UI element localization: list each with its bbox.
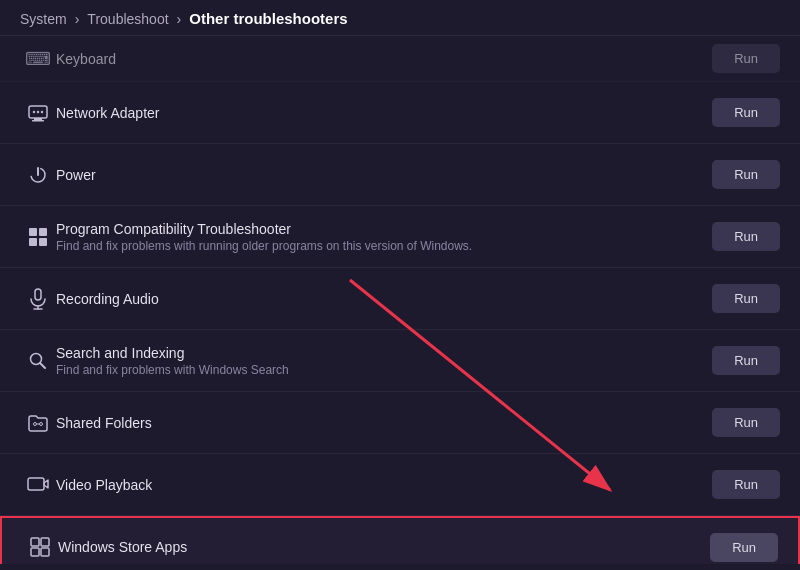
svg-rect-25 (31, 548, 39, 556)
windows-store-apps-icon (22, 536, 58, 558)
item-title-recording-audio: Recording Audio (56, 291, 712, 307)
svg-rect-23 (31, 538, 39, 546)
run-button-power[interactable]: Run (712, 160, 780, 189)
list-item-shared-folders: Shared Folders Run (0, 392, 800, 454)
svg-rect-13 (39, 238, 47, 246)
svg-line-18 (40, 363, 45, 368)
svg-point-19 (34, 422, 37, 425)
breadcrumb: System › Troubleshoot › Other troublesho… (0, 0, 800, 36)
breadcrumb-system[interactable]: System (20, 11, 67, 27)
search-indexing-icon (20, 351, 56, 371)
breadcrumb-current: Other troubleshooters (189, 10, 347, 27)
svg-point-5 (33, 110, 35, 112)
svg-point-20 (40, 422, 43, 425)
svg-rect-24 (41, 538, 49, 546)
item-title-power: Power (56, 167, 712, 183)
svg-rect-22 (28, 478, 44, 490)
breadcrumb-sep2: › (177, 11, 182, 27)
svg-rect-10 (29, 228, 37, 236)
svg-point-7 (41, 110, 43, 112)
recording-audio-icon (20, 288, 56, 310)
list-item-power: Power Run (0, 144, 800, 206)
item-desc-program-compatibility: Find and fix problems with running older… (56, 239, 712, 253)
svg-rect-12 (29, 238, 37, 246)
item-title-network-adapter: Network Adapter (56, 105, 712, 121)
run-button-recording-audio[interactable]: Run (712, 284, 780, 313)
shared-folders-icon (20, 413, 56, 433)
item-title-shared-folders: Shared Folders (56, 415, 712, 431)
power-icon (20, 165, 56, 185)
svg-rect-14 (35, 289, 41, 300)
run-button-network-adapter[interactable]: Run (712, 98, 780, 127)
item-desc-search-indexing: Find and fix problems with Windows Searc… (56, 363, 712, 377)
item-title-search-indexing: Search and Indexing (56, 345, 712, 361)
item-title-windows-store-apps: Windows Store Apps (58, 539, 710, 555)
run-button-keyboard[interactable]: Run (712, 44, 780, 73)
program-compatibility-icon (20, 226, 56, 248)
svg-rect-4 (32, 120, 44, 122)
list-item-search-indexing: Search and Indexing Find and fix problem… (0, 330, 800, 392)
troubleshooter-list: ⌨ Keyboard Run Network Adapter Run (0, 36, 800, 564)
svg-rect-3 (34, 118, 42, 120)
svg-rect-11 (39, 228, 47, 236)
run-button-windows-store-apps[interactable]: Run (710, 533, 778, 562)
list-item-program-compatibility: Program Compatibility Troubleshooter Fin… (0, 206, 800, 268)
list-item-keyboard: ⌨ Keyboard Run (0, 36, 800, 82)
item-title-video-playback: Video Playback (56, 477, 712, 493)
video-playback-icon (20, 476, 56, 494)
breadcrumb-sep1: › (75, 11, 80, 27)
run-button-search-indexing[interactable]: Run (712, 346, 780, 375)
svg-rect-26 (41, 548, 49, 556)
list-item-recording-audio: Recording Audio Run (0, 268, 800, 330)
run-button-video-playback[interactable]: Run (712, 470, 780, 499)
item-title-program-compatibility: Program Compatibility Troubleshooter (56, 221, 712, 237)
svg-point-6 (37, 110, 39, 112)
item-title-keyboard: Keyboard (56, 51, 712, 67)
network-adapter-icon (20, 102, 56, 124)
list-item-windows-store-apps: Windows Store Apps Run (0, 516, 800, 564)
list-item-video-playback: Video Playback Run (0, 454, 800, 516)
breadcrumb-troubleshoot[interactable]: Troubleshoot (87, 11, 168, 27)
list-item-network-adapter: Network Adapter Run (0, 82, 800, 144)
run-button-shared-folders[interactable]: Run (712, 408, 780, 437)
keyboard-icon: ⌨ (20, 48, 56, 70)
run-button-program-compatibility[interactable]: Run (712, 222, 780, 251)
